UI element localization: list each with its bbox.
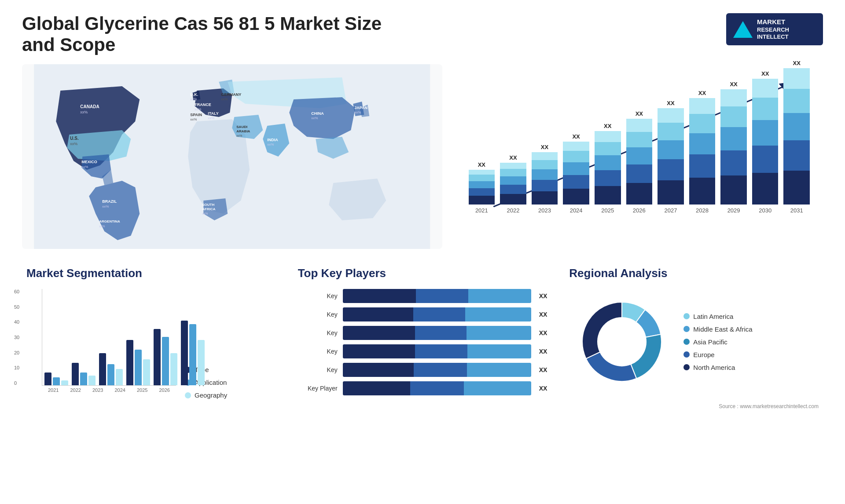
segmentation-section: Market Segmentation 6050403020100 202120… (22, 262, 280, 414)
bar-group: XX2027 (658, 100, 684, 214)
bar-segment (563, 175, 589, 189)
header: Global Glycerine Cas 56 81 5 Market Size… (22, 13, 823, 55)
seg-bar-item (198, 340, 205, 385)
bar-year-label: 2028 (696, 207, 709, 214)
svg-text:xx%: xx% (195, 107, 201, 111)
svg-text:CHINA: CHINA (311, 111, 324, 116)
player-value: XX (539, 292, 547, 299)
player-label: Key (298, 329, 338, 336)
bottom-section: Market Segmentation 6050403020100 202120… (22, 262, 823, 414)
seg-bar-item (189, 324, 196, 385)
bar-segment (626, 132, 653, 147)
svg-text:xx%: xx% (99, 225, 105, 228)
bar-segment (563, 142, 589, 151)
seg-bar-item (154, 329, 161, 385)
seg-bar-item (181, 321, 188, 385)
regional-legend-item: North America (683, 364, 752, 371)
bar-segment (720, 150, 747, 176)
bar-segment (500, 169, 526, 176)
seg-bar-item (116, 369, 123, 385)
regional-legend-dot (683, 364, 690, 370)
bar-segment (595, 170, 621, 186)
player-row: KeyXX (298, 289, 547, 303)
bar-segment (626, 147, 653, 164)
player-bar-segment (464, 381, 531, 395)
bar-segment (469, 188, 495, 196)
bar-year-label: 2024 (570, 207, 583, 214)
svg-text:U.S.: U.S. (70, 136, 79, 141)
bar-segment (563, 189, 589, 205)
svg-text:SPAIN: SPAIN (190, 113, 202, 117)
svg-text:CANADA: CANADA (80, 104, 99, 109)
svg-text:xx%: xx% (190, 117, 197, 121)
segmentation-title: Market Segmentation (26, 267, 276, 280)
page-title: Global Glycerine Cas 56 81 5 Market Size… (22, 13, 418, 55)
bar-segment (752, 173, 779, 205)
svg-text:GERMANY: GERMANY (221, 92, 241, 97)
bar-segment (689, 114, 716, 133)
source-text: Source : www.marketresearchintellect.com (569, 403, 819, 409)
seg-x-label: 2022 (66, 387, 85, 393)
player-bar-segment (416, 289, 468, 303)
bar-segment (783, 171, 810, 205)
player-row: Key PlayerXX (298, 381, 547, 395)
bar-value-label: XX (667, 100, 674, 106)
bar-segment (752, 98, 779, 121)
player-value: XX (539, 329, 547, 336)
player-label: Key (298, 311, 338, 318)
regional-legend-item: Europe (683, 351, 752, 358)
seg-x-label: 2026 (155, 387, 174, 393)
bar-group: XX2021 (469, 161, 495, 214)
svg-text:xx%: xx% (221, 97, 228, 101)
bar-segment (720, 175, 747, 205)
bar-segment (532, 180, 558, 191)
key-players-title: Top Key Players (298, 267, 547, 280)
bar-segment (752, 120, 779, 145)
bar-segment (532, 169, 558, 180)
seg-group (181, 321, 205, 385)
seg-bar-item (88, 376, 96, 385)
seg-x-label: 2024 (111, 387, 130, 393)
donut-chart (569, 289, 675, 394)
player-bar-segment (467, 326, 531, 340)
seg-x-label: 2021 (44, 387, 63, 393)
seg-bar-item (99, 353, 106, 385)
seg-group (44, 373, 68, 385)
top-section: CANADA xx% U.S. xx% MEXICO xx% BRAZIL xx… (22, 64, 823, 249)
bar-segment (626, 119, 653, 131)
donut-segment (631, 334, 662, 379)
svg-text:xx%: xx% (190, 97, 197, 101)
player-bar-segment (468, 289, 531, 303)
player-bar-segment (410, 381, 464, 395)
page-container: Global Glycerine Cas 56 81 5 Market Size… (0, 0, 845, 504)
logo-icon (733, 21, 753, 38)
bar-segment (658, 159, 684, 180)
player-bar-segment (415, 326, 467, 340)
bar-segment (500, 163, 526, 169)
svg-text:AFRICA: AFRICA (202, 207, 215, 211)
player-bar-segment (343, 307, 413, 321)
player-bar (343, 363, 531, 377)
bar-segment (658, 140, 684, 160)
player-label: Key (298, 348, 338, 355)
bar-value-label: XX (730, 81, 737, 88)
svg-text:INDIA: INDIA (267, 138, 278, 142)
seg-x-labels: 202120222023202420252026 (42, 387, 176, 393)
logo: MARKET RESEARCH INTELLECT (726, 13, 823, 45)
seg-y-labels: 6050403020100 (14, 289, 19, 386)
seg-bar-item (53, 377, 60, 385)
bar-segment (658, 108, 684, 123)
regional-legend-label: Europe (693, 351, 714, 358)
bar-segment (500, 194, 526, 205)
bar-segment (689, 178, 716, 205)
player-bar (343, 344, 531, 358)
player-bar-segment (343, 381, 410, 395)
logo-text: MARKET RESEARCH INTELLECT (757, 18, 789, 41)
bar-segment (783, 113, 810, 140)
svg-text:JAPAN: JAPAN (354, 106, 367, 110)
regional-legend-dot (683, 326, 690, 332)
svg-text:xx%: xx% (80, 110, 88, 114)
regional-legend-label: Middle East & Africa (693, 325, 752, 333)
bar-value-label: XX (478, 161, 485, 168)
bar-segment (469, 196, 495, 205)
